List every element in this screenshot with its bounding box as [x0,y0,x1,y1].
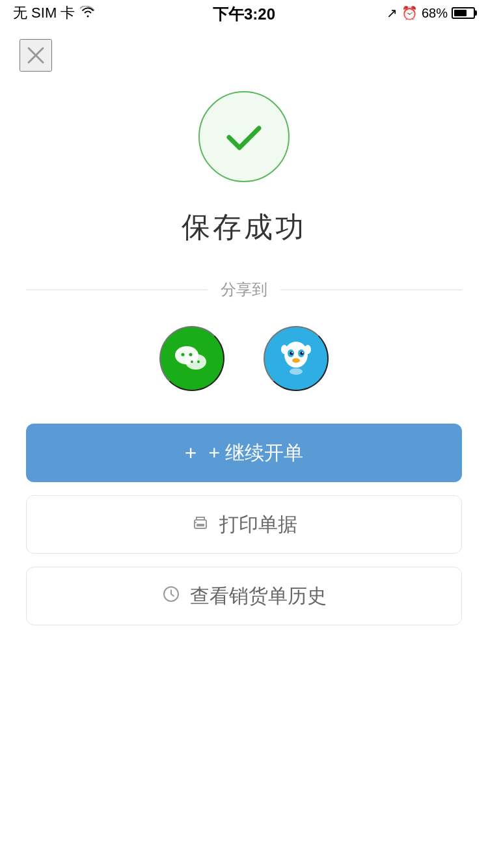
svg-rect-21 [195,522,197,523]
wechat-share-button[interactable] [159,326,224,391]
history-label: 查看销货单历史 [190,583,327,610]
svg-point-16 [281,345,288,354]
action-buttons: + + 继续开单 打印单据 查看销货单历史 [26,424,462,625]
svg-point-12 [301,352,304,355]
svg-point-3 [185,354,206,370]
wechat-icon [172,342,211,375]
continue-order-button[interactable]: + + 继续开单 [26,424,462,482]
status-right: ↗ ⏰ 68% [386,5,475,21]
no-sim-text: 无 SIM 卡 [13,3,75,23]
print-label: 打印单据 [219,511,297,538]
status-left: 无 SIM 卡 [13,3,96,23]
svg-point-13 [291,352,293,353]
share-icons-row [26,326,462,391]
success-title: 保存成功 [182,208,306,247]
svg-point-6 [191,360,193,363]
status-time: 下午3:20 [213,4,275,25]
svg-point-5 [189,353,193,357]
divider-right [280,290,462,290]
history-button[interactable]: 查看销货单历史 [26,567,462,625]
qq-icon [278,339,314,378]
share-divider: 分享到 [26,279,462,300]
qq-share-button[interactable] [264,326,329,391]
svg-point-18 [290,368,303,375]
divider-left [26,290,208,290]
svg-point-17 [305,345,311,354]
svg-point-11 [290,352,293,355]
svg-point-4 [182,353,185,357]
main-content: 保存成功 分享到 [0,26,488,651]
location-icon: ↗ [386,5,398,21]
printer-icon [191,513,210,537]
print-button[interactable]: 打印单据 [26,495,462,554]
continue-order-label: + 继续开单 [208,440,303,467]
close-button[interactable] [20,39,52,72]
alarm-icon: ⏰ [401,5,418,21]
share-label: 分享到 [221,279,267,300]
share-section: 分享到 [26,279,462,391]
success-circle [198,91,290,182]
plus-icon: + [185,441,197,465]
battery-icon [452,7,475,19]
close-icon [26,46,46,65]
status-bar: 无 SIM 卡 下午3:20 ↗ ⏰ 68% [0,0,488,26]
history-icon [161,584,181,608]
svg-rect-20 [197,524,204,526]
svg-point-7 [197,360,200,363]
battery-percent: 68% [422,6,448,21]
checkmark-icon [221,114,267,159]
wifi-icon [80,5,96,21]
svg-point-15 [292,359,300,363]
svg-point-14 [302,352,303,353]
